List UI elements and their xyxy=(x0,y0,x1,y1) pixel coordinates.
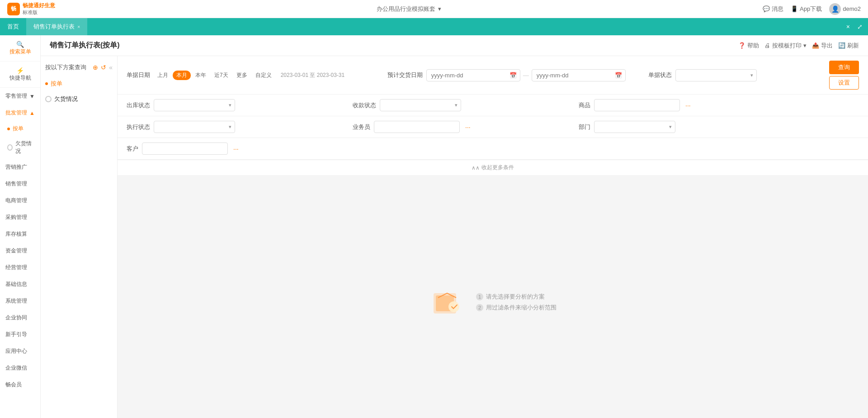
tab-home[interactable]: 首页 xyxy=(0,18,26,35)
sidebar-appstore[interactable]: 应用中心 xyxy=(0,343,40,360)
date-tab-current[interactable]: 本月 xyxy=(173,71,191,80)
scheme-item-order[interactable]: 按单 xyxy=(41,76,117,91)
dept-select[interactable] xyxy=(594,121,675,133)
sidebar-basic[interactable]: 基础信息 xyxy=(0,276,40,293)
expected-date-start-input[interactable] xyxy=(426,69,520,81)
sidebar-quick-nav[interactable]: ⚡ 快捷导航 xyxy=(0,62,40,88)
empty-tip-1: 1 请先选择要分析的方案 xyxy=(476,293,545,301)
tab-sales-order-label: 销售订单执行表 xyxy=(33,23,75,31)
date-tab-last7[interactable]: 近7天 xyxy=(211,71,232,80)
user-avatar-area[interactable]: 👤 demo2 xyxy=(829,3,861,15)
customer-ellipsis-btn[interactable]: ··· xyxy=(231,145,241,152)
print-label: 按模板打印 xyxy=(772,42,802,50)
empty-tips: 1 请先选择要分析的方案 2 用过滤条件来缩小分析范围 xyxy=(476,293,557,312)
scheme-header-icons: ⊕ ↺ « xyxy=(93,64,113,71)
sidebar-system[interactable]: 系统管理 xyxy=(0,293,40,309)
date-tab-custom[interactable]: 自定义 xyxy=(252,71,275,80)
maximize-btn[interactable]: ⤢ xyxy=(855,21,864,32)
refresh-btn[interactable]: 🔄 刷新 xyxy=(838,42,859,50)
avatar: 👤 xyxy=(829,3,841,15)
out-status-select-wrapper xyxy=(154,99,235,111)
breadcrumb-chevron[interactable]: ▾ xyxy=(438,5,441,12)
sidebar-purchase-label: 采购管理 xyxy=(5,214,27,221)
sidebar-appstore-label: 应用中心 xyxy=(5,347,27,355)
sidebar-wholesale[interactable]: 批发管理 ▲ xyxy=(0,104,40,121)
tab-sales-order[interactable]: 销售订单执行表 × xyxy=(26,18,87,35)
sidebar-quick-nav-label: 快捷导航 xyxy=(2,74,38,82)
date-label: 单据日期 xyxy=(127,71,150,79)
app-download-label: App下载 xyxy=(800,5,822,13)
sidebar-sub-debt-label: 欠货情况 xyxy=(15,140,33,155)
collapse-bar[interactable]: ∧∧ 收起更多条件 xyxy=(118,160,868,175)
top-bar-center: 办公用品行业模拟账套 ▾ xyxy=(377,5,441,13)
tab-home-label: 首页 xyxy=(7,23,19,31)
date-tab-more[interactable]: 更多 xyxy=(233,71,251,80)
filter-row-3: 执行状态 业务员 ··· xyxy=(118,116,868,138)
collect-status-select[interactable] xyxy=(380,99,461,111)
date-tab-year[interactable]: 本年 xyxy=(192,71,210,80)
scheme-refresh-btn[interactable]: ↺ xyxy=(101,64,106,71)
message-icon: 💬 xyxy=(763,5,770,12)
app-download-btn[interactable]: 📱 App下载 xyxy=(791,5,822,13)
content-area: 销售订单执行表(按单) ❓ 帮助 🖨 按模板打印 ▾ 📤 导出 🔄 刷新 xyxy=(41,35,868,418)
exec-status-select[interactable] xyxy=(154,121,235,133)
customer-group: 客户 ··· xyxy=(127,142,296,155)
sidebar-inventory[interactable]: 库存核算 xyxy=(0,226,40,242)
out-status-select[interactable] xyxy=(154,99,235,111)
sidebar-sales[interactable]: 销售管理 xyxy=(0,176,40,192)
sidebar-newbie[interactable]: 新手引导 xyxy=(0,326,40,343)
message-btn[interactable]: 💬 消息 xyxy=(763,5,783,13)
export-btn[interactable]: 📤 导出 xyxy=(812,42,833,50)
sidebar-ops[interactable]: 经营管理 xyxy=(0,259,40,276)
query-button[interactable]: 查询 xyxy=(829,61,859,74)
sidebar-wechat[interactable]: 企业微信 xyxy=(0,360,40,376)
sidebar-sub-order[interactable]: 按单 xyxy=(0,121,40,136)
sidebar-sub-debt[interactable]: 欠货情况 xyxy=(0,136,40,159)
salesman-input[interactable] xyxy=(374,121,460,133)
customer-input[interactable] xyxy=(142,142,228,155)
scheme-item-order-label: 按单 xyxy=(51,80,62,88)
tip-text-1: 请先选择要分析的方案 xyxy=(486,293,545,301)
sidebar-ecommerce-label: 电商管理 xyxy=(5,197,27,204)
scheme-item-debt[interactable]: 欠货情况 xyxy=(41,91,117,107)
print-btn[interactable]: 🖨 按模板打印 ▾ xyxy=(764,42,807,50)
salesman-ellipsis-btn[interactable]: ··· xyxy=(463,124,472,131)
top-bar-left: 畅 畅捷通好生意 标准版 xyxy=(7,2,55,15)
scheme-add-btn[interactable]: ⊕ xyxy=(93,64,98,71)
sidebar-retail[interactable]: 零售管理 ▼ xyxy=(0,88,40,104)
sidebar-search-label: 搜索菜单 xyxy=(2,48,38,56)
set-button[interactable]: 设置 xyxy=(829,76,859,90)
scheme-collapse-btn[interactable]: « xyxy=(109,64,113,71)
salesman-group: 业务员 ··· xyxy=(353,121,579,133)
logo-text: 畅捷通好生意 标准版 xyxy=(23,2,55,15)
collect-status-select-wrapper xyxy=(380,99,461,111)
tab-close-icon[interactable]: × xyxy=(77,24,80,29)
goods-input[interactable] xyxy=(594,99,680,111)
help-btn[interactable]: ❓ 帮助 xyxy=(738,42,759,50)
goods-ellipsis-btn[interactable]: ··· xyxy=(684,102,693,109)
goods-label: 商品 xyxy=(579,101,590,109)
sidebar-ecommerce[interactable]: 电商管理 xyxy=(0,192,40,209)
goods-group: 商品 ··· xyxy=(579,99,805,111)
scheme-header: 按以下方案查询 ⊕ ↺ « xyxy=(41,61,117,76)
sidebar-marketing[interactable]: 营销推广 xyxy=(0,159,40,176)
out-status-label: 出库状态 xyxy=(127,101,150,109)
date-separator: — xyxy=(523,72,529,79)
body-area: 按以下方案查询 ⊕ ↺ « 按单 欠货情况 xyxy=(41,56,868,418)
sidebar-finance[interactable]: 资金管理 xyxy=(0,242,40,259)
date-tab-prev[interactable]: 上月 xyxy=(154,71,172,80)
expected-date-inputs: 📅 — 📅 xyxy=(426,69,626,81)
sidebar-enterprise[interactable]: 企业协同 xyxy=(0,309,40,326)
filter-section: 单据日期 上月 本月 本年 近7天 更多 自定义 2023-03-01 xyxy=(118,56,868,175)
sidebar-purchase[interactable]: 采购管理 xyxy=(0,209,40,226)
active-dot-icon xyxy=(7,128,10,130)
bill-status-select[interactable] xyxy=(675,69,757,81)
sidebar-search[interactable]: 🔍 搜索菜单 xyxy=(0,35,40,62)
dept-label: 部门 xyxy=(579,123,590,131)
svg-point-2 xyxy=(448,301,459,312)
close-window-btn[interactable]: × xyxy=(844,21,852,32)
expected-date-end-input[interactable] xyxy=(532,69,626,81)
bill-status-group: 单据状态 xyxy=(648,69,822,81)
sidebar-retail-icon: ▼ xyxy=(29,93,35,100)
sidebar-vip[interactable]: 畅会员 xyxy=(0,376,40,393)
